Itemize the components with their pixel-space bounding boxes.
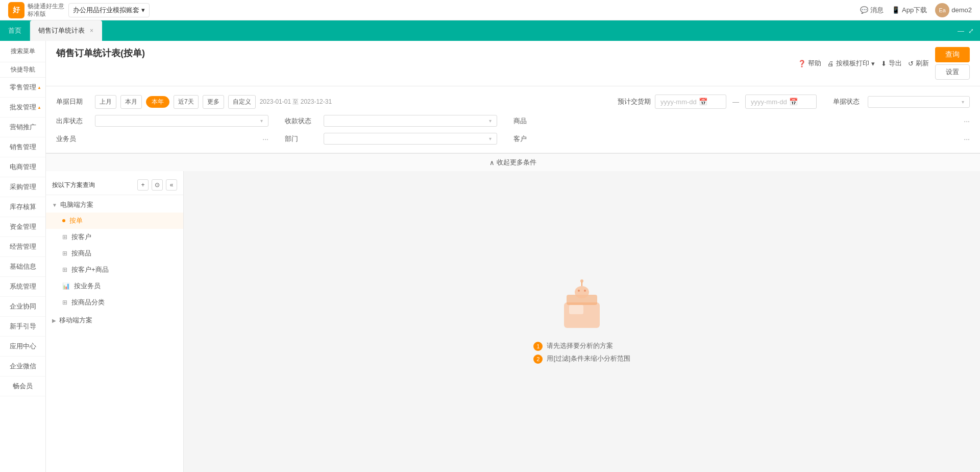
sidebar-item-system[interactable]: 系统管理: [0, 277, 45, 297]
tab-close-icon[interactable]: ×: [90, 27, 93, 34]
add-scheme-button[interactable]: +: [137, 179, 149, 191]
top-bar-left: 好 畅捷通好生意 标准版 办公用品行业模拟账套 ▾: [8, 2, 150, 18]
goods-label: 商品: [513, 116, 544, 126]
scheme-by-goods[interactable]: ⊞ 按商品: [46, 245, 183, 262]
sidebar-item-corpwechat[interactable]: 企业微信: [0, 357, 45, 376]
scheme-by-order[interactable]: 按单: [46, 213, 183, 229]
app-download-button[interactable]: 📱 App下载: [892, 6, 927, 15]
expected-date-label: 预计交货期: [618, 97, 651, 106]
left-analysis-panel: 按以下方案查询 + ⊙ « ▼ 电脑端方案 按单: [46, 171, 184, 472]
export-button[interactable]: ⬇ 导出: [881, 59, 902, 68]
mobile-section-header[interactable]: ▶ 移动端方案: [46, 313, 183, 328]
user-profile[interactable]: Ea demo2: [935, 3, 972, 17]
scheme-by-goods-category[interactable]: ⊞ 按商品分类: [46, 294, 183, 311]
search-menu-button[interactable]: 搜索菜单: [4, 45, 41, 58]
scheme-by-customer-goods[interactable]: ⊞ 按客户+商品: [46, 262, 183, 278]
tab-sales-order-stats[interactable]: 销售订单统计表 ×: [30, 20, 102, 41]
sidebar-item-marketing[interactable]: 营销推广: [0, 117, 45, 137]
logo-text: 畅捷通好生意 标准版: [28, 3, 64, 17]
message-icon: 💬: [860, 6, 868, 14]
sidebar-item-newuser[interactable]: 新手引导: [0, 317, 45, 337]
sidebar-item-finance[interactable]: 资金管理: [0, 217, 45, 237]
goods-more-icon[interactable]: ···: [964, 117, 970, 125]
download-icon: 📱: [892, 6, 900, 14]
goods-input-area: ···: [552, 117, 970, 125]
settings-button[interactable]: 设置: [935, 64, 970, 80]
window-maximize-icon[interactable]: ⤢: [968, 27, 974, 35]
sidebar-item-member[interactable]: 畅会员: [0, 376, 45, 396]
sidebar-item-wholesale[interactable]: 批发管理: [0, 98, 45, 117]
scheme-icon: ⊞: [62, 250, 67, 257]
sidebar-item-label: 批发管理: [10, 103, 36, 112]
print-chevron-icon: ▾: [871, 60, 875, 67]
filter-row-3: 业务员 ··· 部门 ▾ 客户 ···: [56, 133, 970, 145]
sidebar-item-sales[interactable]: 销售管理: [0, 137, 45, 157]
logo-icon: 好: [8, 2, 24, 18]
payment-status-select[interactable]: ▾: [324, 115, 497, 127]
filter-row-1: 单据日期 上月 本月 本年 近7天 更多 自定义 2023-01-01 至 20…: [56, 95, 970, 109]
date-btn-custom[interactable]: 自定义: [228, 95, 256, 109]
sidebar-item-label: 基础信息: [10, 262, 36, 271]
tab-home[interactable]: 首页: [0, 20, 30, 41]
collapse-bar[interactable]: ∧ 收起更多条件: [46, 153, 980, 171]
status-group: 单据状态 ▾: [833, 96, 970, 108]
salesperson-more-icon[interactable]: ···: [262, 135, 268, 143]
date-btn-more[interactable]: 更多: [203, 95, 224, 109]
expected-date-group: 预计交货期 yyyy-mm-dd 📅 — yyyy-mm-dd 📅: [618, 95, 817, 109]
message-button[interactable]: 💬 消息: [860, 6, 884, 15]
sidebar-item-inventory[interactable]: 库存核算: [0, 197, 45, 217]
print-button[interactable]: 🖨 按模板打印 ▾: [827, 59, 875, 68]
svg-point-5: [584, 290, 586, 292]
page-header-actions: ❓ 帮助 🖨 按模板打印 ▾ ⬇ 导出 ↺ 刷新 查询: [798, 47, 970, 86]
pc-section-header[interactable]: ▼ 电脑端方案: [46, 197, 183, 213]
empty-svg: [551, 277, 612, 333]
sidebar-item-appcenter[interactable]: 应用中心: [0, 337, 45, 357]
date-btn-thisyear[interactable]: 本年: [146, 96, 169, 108]
scheme-by-salesperson[interactable]: 📊 按业务员: [46, 278, 183, 294]
date-btn-thismonth[interactable]: 本月: [120, 95, 142, 109]
svg-point-7: [580, 279, 583, 282]
sidebar-item-operations[interactable]: 经营管理: [0, 237, 45, 257]
app-selector[interactable]: 办公用品行业模拟账套 ▾: [68, 3, 150, 17]
date-btn-lastmonth[interactable]: 上月: [95, 95, 116, 109]
help-button[interactable]: ❓ 帮助: [798, 59, 821, 68]
svg-rect-2: [569, 305, 583, 314]
customer-input-area: ···: [552, 135, 970, 143]
window-minimize-icon[interactable]: —: [958, 27, 964, 35]
panel-collapse-button[interactable]: «: [166, 179, 177, 191]
expected-date-end[interactable]: yyyy-mm-dd 📅: [745, 95, 817, 109]
date-buttons-group: 上月 本月 本年 近7天 更多 自定义 2023-01-01 至 2023-12…: [95, 95, 332, 109]
svg-point-3: [575, 286, 589, 298]
sidebar-item-label: 应用中心: [10, 342, 36, 351]
filter-row-2: 出库状态 ▾ 收款状态 ▾ 商品 ···: [56, 115, 970, 127]
status-select[interactable]: ▾: [868, 96, 970, 108]
sidebar-item-ecommerce[interactable]: 电商管理: [0, 157, 45, 177]
page-title: 销售订单统计表(按单): [56, 47, 145, 65]
empty-hint-2: 2 用[过滤]条件来缩小分析范围: [533, 354, 630, 364]
expected-date-start[interactable]: yyyy-mm-dd 📅: [655, 95, 726, 109]
sidebar-item-retail[interactable]: 零售管理: [0, 78, 45, 98]
quick-nav-button[interactable]: 快捷导航: [0, 62, 45, 78]
sidebar-item-basics[interactable]: 基础信息: [0, 257, 45, 277]
sidebar-item-label: 电商管理: [10, 162, 36, 172]
department-select[interactable]: ▾: [324, 133, 497, 145]
date-btn-7days[interactable]: 近7天: [174, 95, 199, 109]
ship-status-label: 出库状态: [56, 116, 87, 126]
ship-status-dropdown-icon: ▾: [260, 118, 263, 124]
pc-section: ▼ 电脑端方案 按单 ⊞ 按客户 ⊞ 按商品: [46, 197, 183, 311]
customer-more-icon[interactable]: ···: [964, 135, 970, 143]
sidebar-item-cooperation[interactable]: 企业协同: [0, 297, 45, 317]
top-bar-right: 💬 消息 📱 App下载 Ea demo2: [860, 3, 972, 17]
refresh-button[interactable]: ↺ 刷新: [908, 59, 929, 68]
scheme-settings-button[interactable]: ⊙: [152, 179, 163, 191]
sidebar-item-label: 新手引导: [10, 322, 36, 331]
refresh-icon: ↺: [908, 60, 914, 67]
nav-tabs-actions: — ⤢: [951, 27, 980, 35]
sidebar-item-label: 资金管理: [10, 222, 36, 231]
panel-toolbar: 按以下方案查询 + ⊙ «: [46, 175, 183, 195]
query-button[interactable]: 查询: [935, 47, 970, 62]
sidebar-item-purchase[interactable]: 采购管理: [0, 177, 45, 197]
scheme-by-customer[interactable]: ⊞ 按客户: [46, 229, 183, 245]
ship-status-select[interactable]: ▾: [95, 115, 268, 127]
mobile-section-title: 移动端方案: [59, 316, 92, 325]
